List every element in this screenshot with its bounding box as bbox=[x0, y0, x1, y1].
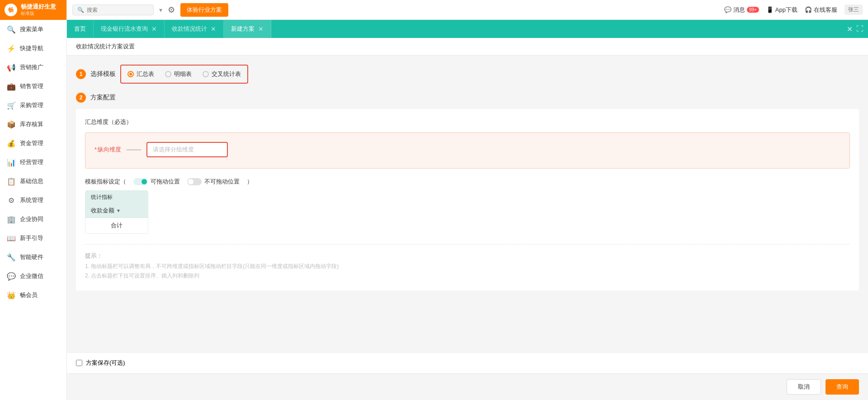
sys-icon: ⚙ bbox=[7, 196, 15, 204]
close-window-icon[interactable]: ✕ bbox=[847, 25, 853, 33]
tab-close-new-plan[interactable]: ✕ bbox=[258, 25, 264, 33]
service-icon: 🎧 bbox=[805, 6, 812, 13]
sidebar-item-biz[interactable]: 📊 经营管理 bbox=[0, 153, 66, 172]
metrics-grid: 统计指标 收款金额 合计 bbox=[85, 190, 148, 234]
corp-wechat-icon: 💬 bbox=[7, 272, 15, 280]
sidebar-item-quick-nav[interactable]: ⚡ 快捷导航 bbox=[0, 39, 66, 58]
app-download-btn[interactable]: 📱 App下载 bbox=[766, 6, 797, 14]
metrics-grid-header: 统计指标 bbox=[85, 191, 148, 204]
save-checkbox[interactable] bbox=[76, 360, 82, 366]
query-button[interactable]: 查询 bbox=[826, 379, 859, 395]
online-service-btn[interactable]: 🎧 在线客服 bbox=[805, 6, 837, 14]
logo-icon: 畅 bbox=[5, 4, 17, 16]
sidebar-logo: 畅 畅捷通好生意 标准版 bbox=[0, 0, 66, 20]
tab-home[interactable]: 首页 bbox=[67, 20, 94, 38]
non-draggable-toggle-dot bbox=[188, 179, 193, 184]
step2-section: 2 方案配置 汇总维度（必选） 纵向维度 —— 请选择分组维度 bbox=[76, 93, 859, 291]
search-input[interactable] bbox=[87, 7, 141, 13]
step1-title: 选择模板 bbox=[90, 70, 116, 78]
purchase-icon: 🛒 bbox=[7, 101, 15, 109]
search-icon: 🔍 bbox=[77, 7, 84, 13]
sidebar-item-basic[interactable]: 📋 基础信息 bbox=[0, 172, 66, 191]
corp-collab-icon: 🏢 bbox=[7, 215, 15, 223]
step1-header: 1 选择模板 汇总表 明细表 bbox=[76, 65, 859, 84]
tips-section: 提示： 1. 拖动标题栏可以调整布局，不可跨维度或指标区域拖动栏目字段(只能在同… bbox=[85, 244, 850, 280]
dimension-row: 纵向维度 —— 请选择分组维度 bbox=[94, 142, 840, 157]
sidebar-item-purchase[interactable]: 🛒 采购管理 bbox=[0, 96, 66, 115]
tab-new-plan[interactable]: 新建方案 ✕ bbox=[224, 20, 271, 38]
page-title: 收款情况统计方案设置 bbox=[76, 43, 135, 50]
gear-icon[interactable]: ⚙ bbox=[168, 5, 175, 15]
cancel-button[interactable]: 取消 bbox=[787, 379, 821, 395]
sidebar-item-vip[interactable]: 👑 畅会员 bbox=[0, 286, 66, 305]
template-options: 汇总表 明细表 交叉统计表 bbox=[120, 65, 248, 84]
metrics-section: 模板指标设定（ 可拖动位置 不可拖 bbox=[85, 178, 850, 235]
logo-text: 畅捷通好生意 标准版 bbox=[21, 3, 56, 17]
sidebar-nav: 🔍 搜索菜单 ⚡ 快捷导航 📢 营销推广 💼 销售管理 🛒 采购管理 📦 库存核… bbox=[0, 20, 66, 400]
sidebar-item-marketing[interactable]: 📢 营销推广 bbox=[0, 58, 66, 77]
step2-num: 2 bbox=[76, 93, 86, 103]
sidebar-item-inventory[interactable]: 📦 库存核算 bbox=[0, 115, 66, 134]
search-bar[interactable]: 🔍 bbox=[72, 5, 154, 15]
industry-btn[interactable]: 体验行业方案 bbox=[180, 3, 228, 17]
dimension-dropdown[interactable]: 请选择分组维度 bbox=[146, 142, 228, 157]
radio-detail-circle bbox=[165, 71, 171, 77]
non-draggable-toggle[interactable]: 不可拖动位置 bbox=[187, 178, 240, 186]
dimension-area: 纵向维度 —— 请选择分组维度 bbox=[85, 132, 850, 169]
radio-summary[interactable]: 汇总表 bbox=[127, 70, 154, 78]
step1-section: 1 选择模板 汇总表 明细表 bbox=[76, 65, 859, 84]
footer: 取消 查询 bbox=[67, 373, 868, 400]
draggable-toggle[interactable]: 可拖动位置 bbox=[133, 178, 180, 186]
non-draggable-toggle-bg bbox=[187, 178, 202, 185]
plan-config: 汇总维度（必选） 纵向维度 —— 请选择分组维度 模板指 bbox=[76, 109, 859, 291]
sidebar-item-sys[interactable]: ⚙ 系统管理 bbox=[0, 191, 66, 210]
step1-num: 1 bbox=[76, 69, 86, 79]
quick-nav-icon: ⚡ bbox=[7, 44, 15, 52]
sidebar-item-search-menu[interactable]: 🔍 搜索菜单 bbox=[0, 20, 66, 39]
maximize-window-icon[interactable]: ⛶ bbox=[856, 25, 863, 33]
username-display[interactable]: 张三 bbox=[844, 5, 863, 15]
metrics-col1-header[interactable]: 收款金额 bbox=[85, 204, 148, 218]
draggable-toggle-bg bbox=[133, 178, 148, 185]
content-area: 收款情况统计方案设置 1 选择模板 汇总表 bbox=[67, 38, 868, 400]
tab-close-receipt[interactable]: ✕ bbox=[211, 25, 216, 33]
tab-cash-bank[interactable]: 现金银行流水查询 ✕ bbox=[94, 20, 165, 38]
step2-title: 方案配置 bbox=[90, 94, 116, 102]
sidebar-item-fund[interactable]: 💰 资金管理 bbox=[0, 134, 66, 153]
dropdown-arrow-icon[interactable]: ▾ bbox=[159, 6, 162, 14]
step2-header: 2 方案配置 bbox=[76, 93, 859, 103]
inventory-icon: 📦 bbox=[7, 120, 15, 128]
vertical-dimension-label: 纵向维度 bbox=[94, 146, 121, 154]
col1-dropdown-icon[interactable] bbox=[117, 207, 120, 214]
tabbar: 首页 现金银行流水查询 ✕ 收款情况统计 ✕ 新建方案 ✕ ✕ ⛶ bbox=[67, 20, 868, 38]
tabbar-window-controls: ✕ ⛶ bbox=[847, 25, 868, 33]
dimension-arrow-icon: —— bbox=[127, 146, 141, 154]
tab-receipt-stats[interactable]: 收款情况统计 ✕ bbox=[165, 20, 224, 38]
message-icon: 💬 bbox=[724, 6, 731, 13]
message-badge: 99+ bbox=[747, 7, 759, 13]
save-option-label: 方案保存(可选) bbox=[86, 359, 125, 367]
topbar-actions: 💬 消息 99+ 📱 App下载 🎧 在线客服 张三 bbox=[724, 5, 863, 15]
fund-icon: 💰 bbox=[7, 139, 15, 147]
save-option: 方案保存(可选) bbox=[67, 352, 868, 373]
radio-cross[interactable]: 交叉统计表 bbox=[203, 70, 241, 78]
radio-detail[interactable]: 明细表 bbox=[165, 70, 192, 78]
sidebar-item-corp-wechat[interactable]: 💬 企业微信 bbox=[0, 267, 66, 286]
tab-close-cash-bank[interactable]: ✕ bbox=[151, 25, 157, 33]
dimension-section-label: 汇总维度（必选） bbox=[85, 118, 850, 126]
search-menu-icon: 🔍 bbox=[7, 25, 15, 33]
topbar: 🔍 ▾ ⚙ 体验行业方案 💬 消息 99+ 📱 App下载 🎧 在线客服 张三 bbox=[67, 0, 868, 20]
sidebar: 畅 畅捷通好生意 标准版 🔍 搜索菜单 ⚡ 快捷导航 📢 营销推广 💼 销售管理… bbox=[0, 0, 67, 400]
sidebar-item-sales[interactable]: 💼 销售管理 bbox=[0, 77, 66, 96]
metrics-col1-sub: 合计 bbox=[85, 218, 148, 233]
marketing-icon: 📢 bbox=[7, 63, 15, 71]
message-btn[interactable]: 💬 消息 99+ bbox=[724, 6, 759, 14]
sidebar-item-corp-collab[interactable]: 🏢 企业协同 bbox=[0, 210, 66, 229]
sidebar-item-newbie[interactable]: 📖 新手引导 bbox=[0, 229, 66, 248]
vip-icon: 👑 bbox=[7, 291, 15, 299]
sidebar-item-smart-hw[interactable]: 🔧 智能硬件 bbox=[0, 248, 66, 267]
app-icon: 📱 bbox=[766, 6, 774, 13]
biz-icon: 📊 bbox=[7, 158, 15, 166]
smart-hw-icon: 🔧 bbox=[7, 253, 15, 261]
main-area: 🔍 ▾ ⚙ 体验行业方案 💬 消息 99+ 📱 App下载 🎧 在线客服 张三 … bbox=[67, 0, 868, 400]
